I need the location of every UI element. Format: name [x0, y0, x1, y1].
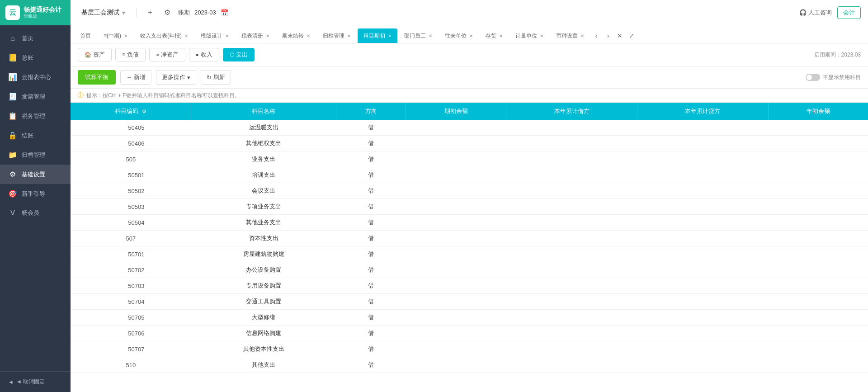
tab-home[interactable]: 首页 [74, 28, 97, 43]
topbar: 基层工会测试 ▾ ＋ ⚙ 账期 2023-03 📅 🎧 人工咨询 会计 [71, 0, 868, 25]
balance-button[interactable]: 试算平衡 [78, 70, 116, 85]
tab-archive[interactable]: 归档管理 ✕ [317, 28, 357, 43]
cell-ytd-credit [637, 262, 769, 278]
sidebar-item-settings[interactable]: ⚙ 基础设置 [0, 165, 71, 184]
disable-toggle[interactable]: 不显示禁用科目 [806, 74, 861, 81]
tab-close-all-button[interactable]: ✕ [614, 30, 625, 41]
tab-close-icon[interactable]: ✕ [540, 33, 543, 38]
archive-icon: 📁 [8, 151, 17, 159]
subtab-expense[interactable]: ⬡ 支出 [223, 48, 255, 61]
table-row[interactable]: 50501 培训支出 借 [71, 167, 868, 183]
table-row[interactable]: 50703 专用设备购置 借 [71, 278, 868, 294]
company-selector[interactable]: 基层工会测试 ▾ [78, 7, 129, 19]
tab-close-icon[interactable]: ✕ [184, 33, 188, 38]
headphone-icon: 🎧 [799, 9, 807, 16]
sidebar-item-close[interactable]: 🔒 结账 [0, 126, 71, 145]
add-company-button[interactable]: ＋ [144, 6, 156, 19]
sidebar-item-label: 新手引导 [22, 190, 45, 198]
calendar-icon[interactable]: 📅 [221, 9, 228, 16]
subtab-label: 收入 [201, 51, 212, 59]
tab-income-annual[interactable]: 收入支出表(年报) ✕ [134, 28, 194, 43]
tab-close-icon[interactable]: ✕ [469, 33, 473, 38]
col-header-code: 科目编码 ⚙ [71, 103, 191, 120]
tab-close-icon[interactable]: ✕ [429, 33, 432, 38]
sidebar-pin-toggle[interactable]: ◄ ◄ 取消固定 [0, 371, 71, 392]
tab-expand-button[interactable]: ⤢ [626, 30, 637, 41]
subtab-asset[interactable]: 🏠 资产 [78, 48, 112, 61]
sidebar-item-tax[interactable]: 📋 税务管理 [0, 106, 71, 126]
tab-template[interactable]: 模版设计 ✕ [195, 28, 235, 43]
logo-sub-text: 旗舰版 [24, 13, 61, 19]
tab-label: 币种设置 [556, 32, 578, 40]
tab-close-icon[interactable]: ✕ [307, 33, 310, 38]
tab-close-icon[interactable]: ✕ [347, 33, 351, 38]
tab-close-icon[interactable]: ✕ [388, 33, 392, 38]
tab-close-icon[interactable]: ✕ [580, 33, 584, 38]
table-row[interactable]: 50707 其他资本性支出 借 [71, 341, 868, 357]
settings-button[interactable]: ⚙ [161, 6, 174, 19]
subtab-income[interactable]: ● 收入 [189, 48, 219, 61]
tab-close-icon[interactable]: ✕ [266, 33, 269, 38]
tab-close-icon[interactable]: ✕ [124, 33, 127, 38]
tab-inventory[interactable]: 存货 ✕ [480, 28, 509, 43]
tab-midterm[interactable]: ≡(中期) ✕ [98, 28, 133, 43]
table-row[interactable]: 505 业务支出 借 [71, 151, 868, 167]
sidebar-item-archive[interactable]: 📁 归档管理 [0, 145, 71, 165]
table-row[interactable]: 510 其他支出 借 [71, 357, 868, 373]
settings-col-icon[interactable]: ⚙ [142, 109, 146, 114]
sidebar-item-member[interactable]: V 畅会员 [0, 203, 71, 222]
tab-contact[interactable]: 往来单位 ✕ [439, 28, 479, 43]
subtab-label: 支出 [236, 51, 248, 59]
cell-ytd-credit [637, 294, 769, 310]
tab-close-icon[interactable]: ✕ [225, 33, 229, 38]
tab-period-close[interactable]: 期末结转 ✕ [276, 28, 316, 43]
table-row[interactable]: 50701 房屋建筑物购建 借 [71, 246, 868, 262]
tab-subject-init[interactable]: 科目期初 ✕ [358, 28, 397, 43]
help-button[interactable]: 🎧 人工咨询 [799, 9, 832, 17]
tab-close-icon[interactable]: ✕ [499, 33, 503, 38]
sidebar-item-home[interactable]: ⌂ 首页 [0, 29, 71, 48]
tab-next-button[interactable]: › [603, 30, 613, 41]
account-button[interactable]: 会计 [837, 6, 861, 19]
subtab-liability[interactable]: ≡ 负债 [115, 48, 146, 61]
table-row[interactable]: 50502 会议支出 借 [71, 183, 868, 199]
cell-year-init [768, 231, 868, 246]
table-row[interactable]: 50702 办公设备购置 借 [71, 262, 868, 278]
tab-currency[interactable]: 币种设置 ✕ [550, 28, 590, 43]
table-row[interactable]: 50706 信息网络购建 借 [71, 326, 868, 341]
sidebar-item-report[interactable]: 📊 云报表中心 [0, 67, 71, 87]
hint-text: 提示：按Ctrl + F键并输入科目编码或者科目名称可以查找科目。 [86, 92, 240, 99]
sidebar-item-invoice[interactable]: 🧾 发票管理 [0, 87, 71, 106]
more-label: 更多操作 [162, 73, 185, 81]
cell-name: 会议支出 [191, 183, 336, 199]
cell-init-balance [406, 183, 506, 199]
table-row[interactable]: 50405 运温暖支出 借 [71, 120, 868, 136]
cell-year-init [768, 199, 868, 215]
subtab-label: 资产 [93, 51, 105, 59]
sidebar-item-ledger[interactable]: 📒 总账 [0, 48, 71, 67]
tab-label: 期末结转 [282, 32, 304, 40]
toggle-control[interactable] [806, 74, 820, 81]
table-row[interactable]: 50406 其他维权支出 借 [71, 136, 868, 151]
table-row[interactable]: 50705 大型修缮 借 [71, 310, 868, 326]
sidebar-item-guide[interactable]: 🎯 新手引导 [0, 184, 71, 203]
table-row[interactable]: 50704 交通工具购置 借 [71, 294, 868, 310]
cell-name: 其他资本性支出 [191, 341, 336, 357]
tab-unit[interactable]: 计量单位 ✕ [509, 28, 549, 43]
tab-tax[interactable]: 税表清册 ✕ [236, 28, 275, 43]
cell-ytd-debit [506, 167, 637, 183]
ledger-icon: 📒 [8, 53, 17, 62]
subtab-equity[interactable]: ≈ 净资产 [149, 48, 185, 61]
add-button[interactable]: ＋ 新增 [120, 70, 151, 85]
tab-prev-button[interactable]: ‹ [591, 30, 602, 41]
col-header-dir: 方向 [336, 103, 406, 120]
toggle-label: 不显示禁用科目 [823, 74, 861, 81]
refresh-button[interactable]: ↻ 刷新 [201, 70, 231, 85]
more-button[interactable]: 更多操作 ▾ [156, 70, 196, 85]
tab-dept[interactable]: 部门员工 ✕ [398, 28, 438, 43]
cell-code: 50706 [71, 326, 191, 341]
table-row[interactable]: 507 资本性支出 借 [71, 231, 868, 246]
cell-name: 办公设备购置 [191, 262, 336, 278]
table-row[interactable]: 50504 其他业务支出 借 [71, 215, 868, 231]
table-row[interactable]: 50503 专项业务支出 借 [71, 199, 868, 215]
